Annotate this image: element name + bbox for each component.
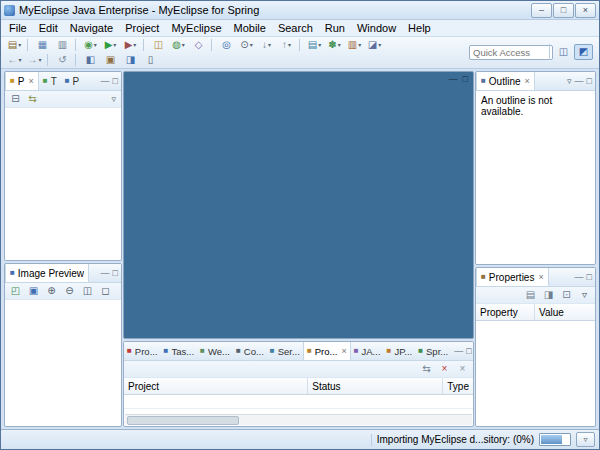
debug-icon[interactable]: ◉ ▾ [81, 37, 100, 53]
fit-to-window-icon[interactable]: ◫ [79, 284, 96, 299]
menu-search[interactable]: Search [272, 21, 319, 35]
minimize-panel-button[interactable]: — [101, 269, 110, 278]
separator[interactable] [27, 39, 30, 51]
search-icon[interactable]: ⊙ ▾ [237, 37, 256, 53]
background-jobs-button[interactable]: ▿ [576, 432, 595, 447]
maximize-panel-button[interactable]: □ [113, 269, 118, 278]
close-icon[interactable]: × [341, 346, 346, 356]
link-with-editor-icon[interactable]: ⇆ [24, 92, 41, 107]
dashboard-icon[interactable]: ◨ [121, 52, 140, 68]
column-header-status[interactable]: Status [308, 378, 443, 394]
new-class-icon[interactable]: ◍ ▾ [169, 37, 188, 53]
separator[interactable] [47, 54, 50, 66]
tab-image-preview[interactable]: ■ Image Preview [5, 264, 89, 282]
open-perspective-icon[interactable]: ◫ [554, 44, 573, 60]
menu-run[interactable]: Run [319, 21, 351, 35]
annotation-prev-icon[interactable]: ↑ ▾ [277, 37, 296, 53]
zoom-in-icon[interactable]: ⊕ [43, 284, 60, 299]
open-type-icon[interactable]: ◇ [189, 37, 208, 53]
link-with-editor-icon[interactable]: ⇆ [418, 362, 435, 377]
spring-icon[interactable]: ✽ ▾ [325, 37, 344, 53]
separator[interactable] [75, 39, 78, 51]
web-browser-icon[interactable]: ◎ [217, 37, 236, 53]
view-menu-icon[interactable]: ▿ [567, 77, 572, 86]
save-icon[interactable]: ▦ [33, 37, 52, 53]
horizontal-scrollbar[interactable] [125, 414, 472, 425]
minimize-button[interactable]: – [531, 3, 552, 18]
minimize-panel-button[interactable]: — [575, 273, 584, 282]
separator[interactable] [211, 39, 214, 51]
column-header-type[interactable]: Type [443, 378, 473, 394]
menu-help[interactable]: Help [402, 21, 437, 35]
maximize-panel-button[interactable]: □ [113, 77, 118, 86]
menu-navigate[interactable]: Navigate [64, 21, 119, 35]
show-advanced-icon[interactable]: ◨ [540, 288, 557, 303]
report-icon[interactable]: ▥ ▾ [345, 37, 364, 53]
stop-operation-icon[interactable]: × [436, 362, 453, 377]
annotation-next-icon[interactable]: ↓ ▾ [257, 37, 276, 53]
print-icon[interactable]: ▥ [53, 37, 72, 53]
view-menu-icon[interactable]: ▿ [576, 288, 593, 303]
minimize-panel-button[interactable]: — [575, 77, 584, 86]
separator[interactable] [75, 54, 78, 66]
tab-tasks[interactable]: ■ Tas... [161, 342, 198, 360]
tab-properties[interactable]: ■ Properties × [476, 268, 549, 286]
column-header-property[interactable]: Property [476, 304, 535, 320]
tab-web[interactable]: ■ We... [197, 342, 233, 360]
remove-all-icon[interactable]: × [454, 362, 471, 377]
tab-spring[interactable]: ■ Spr... [415, 342, 451, 360]
tab-servers[interactable]: ■ Ser... [267, 342, 303, 360]
maximize-panel-button[interactable]: □ [466, 347, 471, 356]
new-java-project-icon[interactable]: ◫ [149, 37, 168, 53]
tab-project-explorer[interactable]: ■ P × [5, 72, 39, 90]
menu-edit[interactable]: Edit [33, 21, 64, 35]
run-icon[interactable]: ▶ ▾ [101, 37, 120, 53]
db-explorer-icon[interactable]: ▤ ▾ [305, 37, 324, 53]
menu-myeclipse[interactable]: MyEclipse [165, 21, 227, 35]
scrollbar-thumb[interactable] [127, 416, 239, 425]
menu-window[interactable]: Window [351, 21, 402, 35]
separator[interactable] [143, 39, 146, 51]
back-icon[interactable]: ← ▾ [5, 52, 24, 68]
forward-icon[interactable]: → ▾ [25, 52, 44, 68]
maximize-panel-button[interactable]: □ [587, 77, 592, 86]
column-header-value[interactable]: Value [535, 304, 595, 320]
collapse-all-icon[interactable]: ⊟ [7, 92, 24, 107]
separator[interactable] [299, 39, 302, 51]
quick-access-input[interactable] [469, 45, 553, 60]
menu-project[interactable]: Project [119, 21, 165, 35]
tab-problems[interactable]: ■ Pro... [124, 342, 161, 360]
maximize-panel-button[interactable]: □ [463, 74, 468, 84]
new-wizard-icon[interactable]: ▤ ▾ [5, 37, 24, 53]
last-edit-icon[interactable]: ↺ [53, 52, 72, 68]
tab-outline[interactable]: ■ Outline × [476, 72, 535, 90]
tab-console[interactable]: ■ Co... [233, 342, 267, 360]
zoom-out-icon[interactable]: ⊖ [61, 284, 78, 299]
close-icon[interactable]: × [29, 76, 34, 86]
minimize-panel-button[interactable]: — [449, 74, 458, 84]
maximize-button[interactable]: □ [553, 3, 574, 18]
image-icon[interactable]: ▣ [25, 284, 42, 299]
tab-jpa[interactable]: ■ JP... [384, 342, 416, 360]
export-image-icon[interactable]: ◰ [7, 284, 24, 299]
minimize-panel-button[interactable]: — [454, 347, 463, 356]
tab-jaxws[interactable]: ■ JA... [351, 342, 384, 360]
mobile-tools-icon[interactable]: ▯ [141, 52, 160, 68]
menu-mobile[interactable]: Mobile [228, 21, 272, 35]
editor-area[interactable]: — □ [123, 71, 474, 339]
actual-size-icon[interactable]: ◻ [97, 284, 114, 299]
restore-value-icon[interactable]: ⊡ [558, 288, 575, 303]
close-icon[interactable]: × [538, 272, 543, 282]
minimize-panel-button[interactable]: — [101, 77, 110, 86]
tab-package-explorer[interactable]: ■ P [61, 72, 84, 90]
maximize-panel-button[interactable]: □ [587, 273, 592, 282]
close-button[interactable]: × [575, 3, 596, 18]
sql-icon[interactable]: ▣ [101, 52, 120, 68]
new-server-icon[interactable]: ◧ [81, 52, 100, 68]
title-bar[interactable]: MyEclipse Java Enterprise - MyEclipse fo… [1, 1, 599, 20]
column-header-project[interactable]: Project [124, 378, 308, 394]
menu-file[interactable]: File [3, 21, 33, 35]
view-menu-icon[interactable]: ▿ [111, 95, 116, 104]
show-categories-icon[interactable]: ▤ [522, 288, 539, 303]
close-icon[interactable]: × [525, 76, 530, 86]
